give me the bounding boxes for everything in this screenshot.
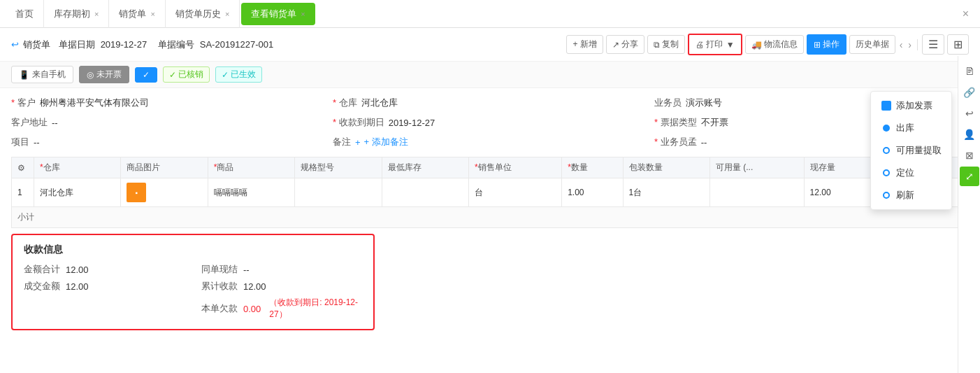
col-spec: 规格型号: [295, 157, 382, 178]
ticket-label: 票据类型: [654, 116, 697, 129]
project-value: --: [34, 137, 40, 148]
menu-refresh[interactable]: 刷新: [871, 184, 951, 206]
row-no: 1: [12, 178, 34, 207]
row-unit: 台: [468, 178, 561, 207]
sales-label: 业务员孟: [654, 136, 697, 148]
same-order-row: 同单现结 --: [201, 263, 362, 276]
phone-button[interactable]: 📱 来自手机: [11, 66, 73, 83]
tab-home[interactable]: 首页: [6, 0, 44, 28]
right-icon-link[interactable]: 🔗: [960, 83, 979, 102]
staff-value: 演示账号: [686, 97, 722, 109]
share-button[interactable]: ↗ 分享: [606, 35, 644, 54]
copy-button[interactable]: ⧉ 复制: [647, 35, 685, 54]
next-button[interactable]: ›: [907, 39, 913, 50]
separator: [917, 39, 918, 50]
operate-button[interactable]: ⊞ 操作: [807, 34, 846, 55]
owe-note: （收款到期日: 2019-12-27）: [269, 297, 362, 321]
add-note-link[interactable]: + + 添加备注: [355, 136, 408, 148]
open-ticket-button[interactable]: ◎ 未开票: [79, 66, 129, 83]
row-product: 嗝嗝嗝嗝: [208, 178, 294, 207]
addr-row: 客户地址 --: [11, 116, 326, 129]
menu-add-invoice[interactable]: 添加发票: [871, 94, 951, 117]
col-pkg-qty: 包装数量: [623, 157, 709, 178]
right-icon-doc[interactable]: 🖹: [960, 62, 979, 81]
staff-label: 业务员: [654, 97, 682, 109]
same-order-label: 同单现结: [201, 263, 238, 276]
doc-date-value: 2019-12-27: [101, 39, 147, 50]
tab-sales-order[interactable]: 销货单 ×: [109, 0, 165, 28]
cumulative-row: 累计收款 12.00: [201, 280, 362, 293]
ticket-icon: ◎: [87, 70, 94, 80]
due-row: 收款到期日 2019-12-27: [333, 116, 647, 129]
print-btn-wrap: 🖨 打印 ▼: [688, 34, 742, 55]
project-row: 项目 --: [11, 136, 326, 148]
customer-value: 柳州粤港平安气体有限公司: [40, 97, 149, 109]
menu-locate[interactable]: 定位: [871, 162, 951, 184]
share-icon: ↗: [612, 40, 619, 50]
grid-view-button[interactable]: ⊞: [947, 34, 969, 55]
doc-actions: + 新增 ↗ 分享 ⧉ 复制 🖨 打印 ▼ 🚚: [566, 34, 969, 55]
cumulative-label: 累计收款: [201, 280, 238, 293]
note-row: 备注 + + 添加备注: [333, 136, 647, 148]
product-image: ▪: [127, 183, 146, 202]
product-table: ⚙ *仓库 商品图片 *商品 规格型号 最低库存 *销售单位 *数量 包装数量 …: [11, 157, 969, 228]
note-label: 备注: [333, 136, 351, 148]
tab-close-icon[interactable]: ×: [150, 10, 154, 18]
row-min-stock: [382, 178, 468, 207]
row-qty: 1.00: [562, 178, 623, 207]
tab-close-icon[interactable]: ×: [225, 10, 229, 18]
logistics-button[interactable]: 🚚 物流信息: [745, 35, 804, 54]
doc-meta: 单据日期 2019-12-27 单据编号 SA-20191227-001: [59, 38, 273, 51]
col-unit: *销售单位: [468, 157, 561, 178]
dropdown-menu: 添加发票 出库 可用量提取 定位 刷新: [870, 91, 952, 210]
col-img: 商品图片: [121, 157, 208, 178]
prev-button[interactable]: ‹: [898, 39, 905, 50]
menu-outbound[interactable]: 出库: [871, 117, 951, 139]
menu-avail-extract[interactable]: 可用量提取: [871, 139, 951, 162]
owe-label: 本单欠款: [201, 302, 238, 315]
effective-status: ✓ 已生效: [215, 66, 262, 83]
customer-row: 客户 柳州粤港平安气体有限公司: [11, 97, 326, 109]
right-icon-grid[interactable]: ⊠: [960, 146, 979, 165]
print-button[interactable]: 🖨 打印 ▼: [690, 36, 740, 53]
deal-row: 成交金额 12.00: [24, 280, 185, 293]
right-icon-expand[interactable]: ⤢: [960, 167, 979, 186]
right-icon-user[interactable]: 👤: [960, 125, 979, 144]
subtotal-row: 小计: [12, 207, 969, 228]
new-button[interactable]: + 新增: [566, 35, 603, 54]
locate-icon: [881, 167, 892, 178]
owe-row: 本单欠款 0.00 （收款到期日: 2019-12-27）: [201, 297, 362, 321]
tab-close-icon[interactable]: ×: [94, 10, 99, 18]
tab-inventory-init[interactable]: 库存期初 ×: [44, 0, 109, 28]
doc-header: ↩ 销货单 单据日期 2019-12-27 单据编号 SA-20191227-0…: [0, 28, 980, 62]
sales-value: --: [701, 137, 707, 148]
tab-close-icon[interactable]: ×: [301, 10, 305, 18]
print-dropdown-icon[interactable]: ▼: [726, 40, 735, 50]
warehouse-row: 仓库 河北仓库: [333, 97, 647, 109]
payment-title: 收款信息: [24, 244, 362, 256]
main-content: ↩ 销货单 单据日期 2019-12-27 单据编号 SA-20191227-0…: [0, 28, 980, 373]
history-button[interactable]: 历史单据: [849, 35, 895, 54]
col-min-stock: 最低库存: [382, 157, 468, 178]
amount-label: 金额合计: [24, 263, 60, 276]
copy-icon: ⧉: [654, 40, 660, 50]
doc-date-label: 单据日期 2019-12-27: [59, 38, 147, 51]
doc-type-icon: ↩: [11, 39, 19, 50]
row-stock: 12.00: [804, 178, 874, 207]
right-icon-return[interactable]: ↩: [960, 104, 979, 123]
col-gear: ⚙: [12, 157, 34, 178]
doc-no-label: 单据编号 SA-20191227-001: [158, 38, 273, 51]
form-area: 客户 柳州粤港平安气体有限公司 仓库 河北仓库 业务员 演示账号 客户地址 --…: [0, 88, 980, 157]
tab-view-sales[interactable]: 查看销货单 ×: [241, 3, 315, 25]
empty-cell: [24, 297, 185, 321]
list-view-button[interactable]: ☰: [922, 34, 944, 55]
tab-bar-close-button[interactable]: ×: [957, 8, 974, 20]
doc-title: ↩ 销货单: [11, 38, 50, 51]
warehouse-value: 河北仓库: [361, 97, 398, 109]
tab-sales-history[interactable]: 销货单历史 ×: [166, 0, 240, 28]
col-avail: 可用量 (...: [709, 157, 804, 178]
warehouse-label: 仓库: [333, 97, 357, 109]
payment-box: 收款信息 金额合计 12.00 同单现结 -- 成交金额 12.00 累计收款 …: [11, 234, 375, 330]
check-circle-icon-2: ✓: [222, 70, 229, 80]
confirm-button[interactable]: ✓: [135, 67, 157, 83]
